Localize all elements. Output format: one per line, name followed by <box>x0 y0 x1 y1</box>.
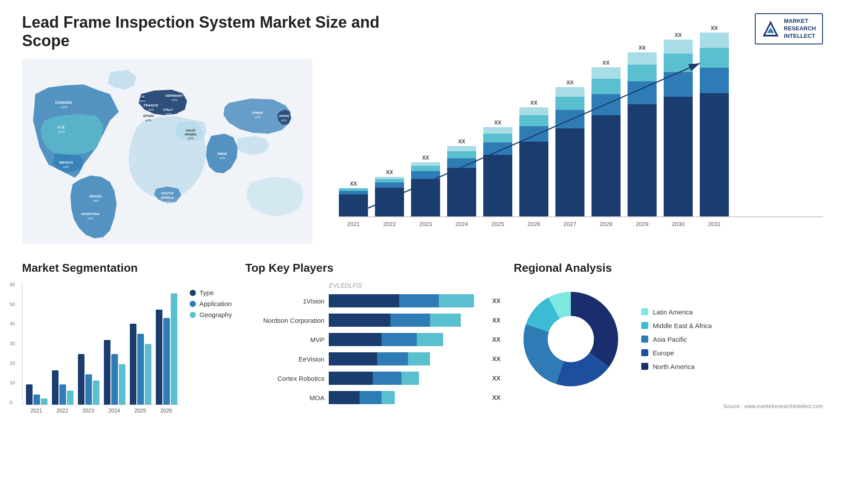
bar-2031: XX <box>700 25 729 216</box>
bar-2027: XX <box>555 80 584 216</box>
reg-label-mea: Middle East & Africa <box>653 322 712 329</box>
reg-label-north-america: North America <box>653 363 694 370</box>
player-xx-moa: XX <box>492 394 501 401</box>
player-evledlfis: EVLEDLFIS <box>329 282 500 289</box>
bottom-section: Market Segmentation 0 10 20 30 40 50 60 <box>22 261 823 414</box>
svg-text:xx%: xx% <box>254 116 260 119</box>
legend-application: Application <box>190 300 232 307</box>
bar-2026: XX <box>519 100 548 216</box>
svg-text:xx%: xx% <box>139 99 145 102</box>
svg-text:SPAIN: SPAIN <box>143 114 154 118</box>
legend-type: Type <box>190 289 232 296</box>
seg-bars <box>22 282 181 405</box>
seg-chart: 0 10 20 30 40 50 60 <box>22 282 181 414</box>
reg-label-latin-america: Latin America <box>653 308 693 316</box>
donut-area: Latin America Middle East & Africa Asia … <box>514 282 823 396</box>
bar-2022: XX <box>375 169 404 216</box>
player-row-cortex: Cortex Robotics XX <box>245 372 500 385</box>
player-bar-cortex <box>329 372 484 385</box>
legend-geography: Geography <box>190 311 232 318</box>
reg-legend-europe: Europe <box>641 349 712 357</box>
legend-application-label: Application <box>199 300 231 307</box>
svg-text:ARABIA: ARABIA <box>184 133 196 136</box>
bar-chart-container: XX XX <box>330 59 823 244</box>
svg-text:xx%: xx% <box>219 157 225 160</box>
legend-geography-dot <box>190 312 196 318</box>
svg-text:CANADA: CANADA <box>55 100 73 105</box>
reg-dot-asia-pacific <box>641 336 648 343</box>
svg-text:GERMANY: GERMANY <box>165 94 184 98</box>
svg-text:xx%: xx% <box>148 108 154 111</box>
player-bar-moa <box>329 391 484 404</box>
players-title: Top Key Players <box>245 261 500 275</box>
player-bar-1vision <box>329 294 484 307</box>
bar-2025: XX <box>483 120 512 216</box>
bar-2028: XX <box>592 60 621 216</box>
logo: MARKET RESEARCH INTELLECT <box>755 13 823 44</box>
reg-label-asia-pacific: Asia Pacific <box>653 336 687 343</box>
player-name-cortex: Cortex Robotics <box>245 375 324 382</box>
player-row-1vision: 1Vision XX <box>245 294 500 307</box>
player-name-mvp: MVP <box>245 336 324 343</box>
bar-2024: XX <box>447 139 476 216</box>
legend-type-label: Type <box>199 289 214 296</box>
player-name-moa: MOA <box>245 394 324 402</box>
svg-text:SOUTH: SOUTH <box>161 191 173 195</box>
svg-text:FRANCE: FRANCE <box>143 103 158 107</box>
svg-text:xx%: xx% <box>281 119 287 122</box>
reg-legend-north-america: North America <box>641 363 712 370</box>
player-name-eevision: EeVision <box>245 355 324 363</box>
world-map-svg: CANADA xx% U.S. xx% MEXICO xx% BRAZIL xx… <box>22 59 312 244</box>
player-row-mvp: MVP XX <box>245 333 500 346</box>
player-xx-nordson: XX <box>492 317 501 324</box>
logo-text: MARKET RESEARCH INTELLECT <box>784 18 816 40</box>
reg-dot-europe <box>641 349 648 356</box>
svg-text:U.K.: U.K. <box>139 95 146 99</box>
svg-text:ARGENTINA: ARGENTINA <box>81 212 99 215</box>
player-bar-mvp <box>329 333 484 346</box>
players-panel: Top Key Players EVLEDLFIS 1Vision XX Nor… <box>245 261 500 410</box>
seg-group-2026 <box>156 293 177 405</box>
legend-geography-label: Geography <box>199 311 232 318</box>
svg-text:AFRICA: AFRICA <box>161 196 174 200</box>
bar-2023: XX <box>411 155 440 216</box>
svg-text:xx%: xx% <box>145 119 151 122</box>
svg-text:xx%: xx% <box>58 130 65 134</box>
player-row-moa: MOA XX <box>245 391 500 404</box>
svg-text:xx%: xx% <box>171 99 177 102</box>
svg-text:xx%: xx% <box>164 201 170 204</box>
player-xx-cortex: XX <box>492 375 501 382</box>
player-xx-mvp: XX <box>492 336 501 343</box>
player-bar-eevision <box>329 352 484 365</box>
svg-text:JAPAN: JAPAN <box>279 114 289 117</box>
bar-chart-bars: XX XX <box>339 59 823 217</box>
player-xx-eevision: XX <box>492 355 501 362</box>
regional-panel: Regional Analysis <box>514 261 823 409</box>
svg-text:SAUDI: SAUDI <box>186 129 195 132</box>
donut-chart <box>514 282 628 396</box>
segmentation-panel: Market Segmentation 0 10 20 30 40 50 60 <box>22 261 232 414</box>
players-list: EVLEDLFIS 1Vision XX Nordson Corporation <box>245 282 500 404</box>
bar-2030: XX <box>664 32 693 216</box>
seg-group-2022 <box>52 370 73 405</box>
reg-dot-latin-america <box>641 308 648 315</box>
bar-2021: XX <box>339 181 368 216</box>
player-row-nordson: Nordson Corporation XX <box>245 314 500 327</box>
svg-text:INDIA: INDIA <box>217 152 227 156</box>
regional-legend: Latin America Middle East & Africa Asia … <box>641 308 712 370</box>
bar-chart-x-labels: 2021 2022 2023 2024 2025 2026 2027 2028 … <box>339 221 823 227</box>
seg-x-labels: 2021 2022 2023 2024 2025 2026 <box>22 408 181 414</box>
player-name-1vision: 1Vision <box>245 297 324 305</box>
reg-dot-north-america <box>641 363 648 370</box>
world-map-container: CANADA xx% U.S. xx% MEXICO xx% BRAZIL xx… <box>22 59 312 244</box>
svg-text:U.S.: U.S. <box>58 125 66 129</box>
reg-legend-latin-america: Latin America <box>641 308 712 316</box>
svg-text:xx%: xx% <box>87 217 93 220</box>
segmentation-legend: Type Application Geography <box>190 289 232 414</box>
svg-text:CHINA: CHINA <box>252 111 263 115</box>
page-title: Lead Frame Inspection System Market Size… <box>22 13 418 50</box>
svg-text:BRAZIL: BRAZIL <box>89 194 102 198</box>
legend-application-dot <box>190 301 196 307</box>
reg-label-europe: Europe <box>653 349 674 357</box>
svg-text:ITALY: ITALY <box>163 108 173 112</box>
